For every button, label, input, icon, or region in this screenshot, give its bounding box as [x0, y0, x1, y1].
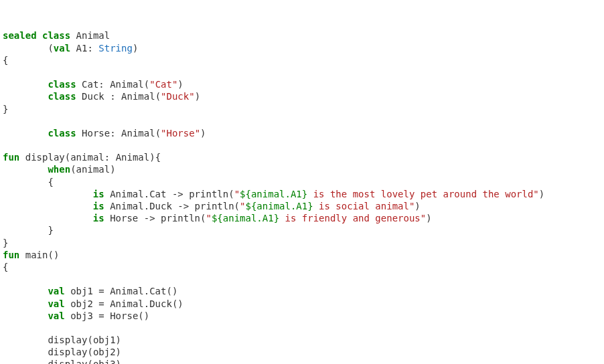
ctor-horse: Horse() — [110, 310, 149, 321]
type-string: String — [98, 43, 133, 54]
when-arg: animal — [76, 164, 110, 175]
template-expr: ${animal.A1} — [240, 189, 307, 199]
fn-println: println — [161, 213, 200, 223]
template-expr: ${animal.A1} — [245, 201, 313, 211]
call-display: display — [48, 335, 87, 345]
property-a1: A1 — [76, 43, 88, 54]
fn-display: display — [25, 152, 65, 163]
keyword-is: is — [93, 213, 104, 223]
keyword-val: val — [48, 298, 64, 309]
keyword-is: is — [93, 201, 104, 211]
var-obj1: obj1 — [70, 286, 93, 296]
param-animal: animal — [70, 152, 104, 163]
keyword-val: val — [48, 286, 64, 296]
keyword-val: val — [48, 310, 64, 321]
string-open: " — [234, 189, 240, 199]
case-animal-cat: Animal.Cat — [110, 189, 166, 199]
keyword-fun: fun — [3, 152, 19, 163]
string-duck: "Duck" — [161, 91, 195, 102]
arg-obj3: obj3 — [93, 359, 116, 364]
class-name-animal: Animal — [76, 30, 110, 41]
keyword-class: class — [48, 79, 76, 90]
template-expr: ${animal.A1} — [212, 213, 279, 223]
type-animal: Animal — [121, 91, 155, 102]
keyword-val: val — [54, 43, 70, 54]
case-animal-duck: Animal.Duck — [110, 201, 172, 211]
string-cat-msg: is the most lovely pet around the world" — [307, 189, 539, 199]
string-horse: "Horse" — [161, 128, 200, 139]
call-display: display — [48, 359, 87, 364]
var-obj2: obj2 — [70, 298, 93, 309]
fn-println: println — [195, 201, 234, 211]
class-name-duck: Duck — [82, 91, 104, 102]
string-cat: "Cat" — [149, 79, 177, 90]
string-horse-msg: is friendly and generous" — [279, 213, 426, 223]
code-block: sealed class Animal (val A1: String) { c… — [3, 29, 601, 364]
keyword-class: class — [42, 30, 70, 41]
keyword-when: when — [48, 164, 70, 175]
var-obj3: obj3 — [70, 310, 93, 321]
type-animal: Animal — [116, 152, 150, 163]
class-name-horse: Horse — [82, 128, 110, 139]
ctor-animal-duck: Animal.Duck() — [110, 298, 183, 309]
ctor-animal-cat: Animal.Cat() — [110, 286, 177, 296]
string-duck-msg: is social animal" — [313, 201, 415, 211]
keyword-class: class — [48, 91, 76, 102]
fn-main: main — [25, 250, 48, 260]
arg-obj1: obj1 — [93, 335, 116, 345]
keyword-is: is — [93, 189, 104, 199]
string-open: " — [206, 213, 211, 223]
call-display: display — [48, 347, 87, 357]
case-horse: Horse — [110, 213, 138, 223]
class-name-cat: Cat — [82, 79, 98, 90]
arg-obj2: obj2 — [93, 347, 116, 357]
type-animal: Animal — [121, 128, 155, 139]
keyword-class: class — [48, 128, 76, 139]
type-animal: Animal — [110, 79, 144, 90]
keyword-fun: fun — [3, 250, 19, 260]
fn-println: println — [189, 189, 228, 199]
keyword-sealed: sealed — [3, 30, 37, 41]
